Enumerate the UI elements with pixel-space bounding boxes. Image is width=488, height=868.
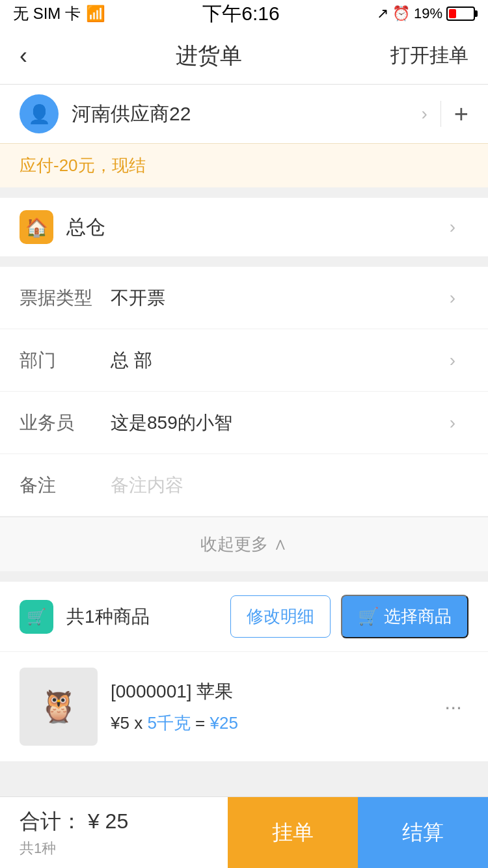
remark-placeholder: 备注内容 [111,473,468,498]
status-right: ↗ ⏰ 19% [377,5,475,22]
status-bar: 无 SIM 卡 📶 下午6:16 ↗ ⏰ 19% [0,0,488,27]
collapse-bar[interactable]: 收起更多 ∧ [0,517,488,571]
checkout-button[interactable]: 结算 [358,797,488,869]
nav-bar: ‹ 进货单 打开挂单 [0,27,488,85]
ticket-type-chevron-icon: › [450,288,455,308]
total-value: ¥ 25 [88,809,128,833]
divider [441,101,441,127]
ticket-type-label: 票据类型 [20,286,111,310]
total-section: 合计： ¥ 25 共1种 [0,807,228,858]
product-title: 苹果 [197,681,233,701]
product-owl-icon: 🦉 [39,688,78,725]
product-info: [0000001] 苹果 ¥5 x 5千克 = ¥25 [111,679,438,735]
ticket-type-value: 不开票 [111,286,450,310]
total-sub: 共1种 [20,839,208,858]
warehouse-row[interactable]: 🏠 总仓 › [0,198,488,256]
battery-percent: 19% [414,5,442,22]
total-amount: 合计： ¥ 25 [20,807,208,836]
department-chevron-icon: › [450,350,455,371]
form-section: 票据类型 不开票 › 部门 总 部 › 业务员 这是859的小智 › 备注 备注… [0,267,488,571]
salesman-label: 业务员 [20,411,111,435]
battery-fill [449,9,456,18]
avatar-icon: 👤 [28,103,51,125]
sim-label: 无 SIM 卡 [13,3,81,24]
department-label: 部门 [20,348,111,373]
warehouse-icon: 🏠 [20,210,53,244]
location-icon: ↗ [377,5,388,22]
product-name: [0000001] 苹果 [111,679,438,704]
warehouse-section: 🏠 总仓 › [0,198,488,256]
product-count-label: 共1种商品 [66,604,230,629]
supplier-section: 👤 河南供应商22 › + 应付-20元，现结 [0,85,488,187]
select-product-button[interactable]: 🛒 选择商品 [341,595,468,638]
product-section: 🛒 共1种商品 修改明细 🛒 选择商品 🦉 [0000001] 苹果 ¥5 [0,582,488,761]
suspend-button[interactable]: 挂单 [228,797,358,869]
edit-detail-button[interactable]: 修改明细 [230,595,331,638]
product-item: 🦉 [0000001] 苹果 ¥5 x 5千克 = ¥25 ··· [0,652,488,761]
status-left: 无 SIM 卡 📶 [13,3,105,24]
bottom-bar: 合计： ¥ 25 共1种 挂单 结算 [0,796,488,868]
select-product-icon: 🛒 [358,606,379,627]
ticket-type-row[interactable]: 票据类型 不开票 › [0,267,488,329]
product-header: 🛒 共1种商品 修改明细 🛒 选择商品 [0,582,488,652]
product-thumbnail: 🦉 [20,668,98,746]
back-button[interactable]: ‹ [20,42,27,70]
equals-sign: = [195,713,210,733]
remark-label: 备注 [20,473,111,498]
status-time: 下午6:16 [202,1,279,27]
select-product-label: 选择商品 [384,605,452,628]
wifi-icon: 📶 [86,5,105,23]
product-section-icon: 🛒 [20,600,53,634]
product-total: ¥25 [210,713,238,733]
supplier-row[interactable]: 👤 河南供应商22 › + [0,85,488,143]
alert-banner: 应付-20元，现结 [0,143,488,187]
cart-icon: 🛒 [27,608,46,626]
product-more-button[interactable]: ··· [438,688,468,726]
salesman-row[interactable]: 业务员 这是859的小智 › [0,392,488,454]
open-pending-button[interactable]: 打开挂单 [390,42,468,69]
battery-icon [446,7,475,21]
multiply-sign: x [134,713,147,733]
supplier-chevron-icon: › [421,103,427,124]
department-value: 总 部 [111,348,450,373]
add-supplier-button[interactable]: + [454,100,468,128]
department-row[interactable]: 部门 总 部 › [0,329,488,392]
supplier-avatar: 👤 [20,94,59,133]
product-code: [0000001] [111,681,192,701]
total-label: 合计： [20,809,82,833]
page-title: 进货单 [176,41,242,71]
product-qty: 5千克 [147,713,190,733]
unit-price: ¥5 [111,713,129,733]
remark-row[interactable]: 备注 备注内容 [0,454,488,517]
alarm-icon: ⏰ [392,5,410,22]
house-icon: 🏠 [25,217,48,238]
supplier-name: 河南供应商22 [72,101,421,128]
warehouse-chevron-icon: › [450,217,455,237]
salesman-value: 这是859的小智 [111,411,450,435]
warehouse-name: 总仓 [66,214,450,241]
salesman-chevron-icon: › [450,413,455,433]
product-price: ¥5 x 5千克 = ¥25 [111,712,438,735]
main-content: 👤 河南供应商22 › + 应付-20元，现结 🏠 总仓 › 票据类型 不开票 … [0,85,488,843]
